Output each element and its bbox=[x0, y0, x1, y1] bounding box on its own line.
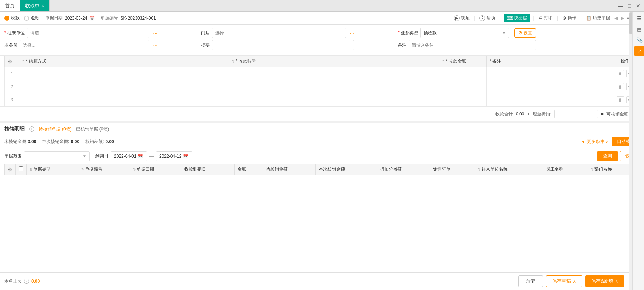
help-btn[interactable]: ? 帮助 bbox=[478, 14, 496, 22]
date-label: 单据日期 bbox=[45, 15, 63, 21]
shortcut-btn[interactable]: ⌨ 快捷键 bbox=[504, 14, 530, 22]
summary-input[interactable] bbox=[212, 40, 354, 50]
summary-label: 摘要 bbox=[201, 42, 210, 48]
history-btn[interactable]: 📋 历史单据 bbox=[585, 14, 612, 22]
query-btn[interactable]: 查询 bbox=[597, 151, 618, 161]
sidebar-icon-2[interactable]: ▤ bbox=[634, 24, 644, 34]
close-btn[interactable]: ✕ bbox=[635, 3, 641, 9]
scrollbar-thumb[interactable] bbox=[629, 12, 632, 34]
maximize-btn[interactable]: □ bbox=[627, 3, 632, 9]
staff-field: 业务员 ··· bbox=[4, 40, 157, 50]
calendar-icon[interactable]: 📅 bbox=[89, 16, 95, 21]
print-btn[interactable]: 🖨 打印 bbox=[537, 14, 554, 22]
row-3-account[interactable] bbox=[229, 93, 439, 106]
radio-refund[interactable]: 退款 bbox=[24, 15, 39, 21]
row-2-settlement[interactable] bbox=[19, 80, 229, 93]
col-current-amount: 本次核销金额 bbox=[316, 164, 377, 175]
verify-info-icon[interactable]: i bbox=[29, 126, 34, 132]
scrollbar[interactable] bbox=[629, 12, 632, 290]
row-2-account[interactable] bbox=[229, 80, 439, 93]
tab-receipt-label: 收款单 bbox=[25, 3, 39, 9]
row-1-delete-icon[interactable]: 🗑 bbox=[617, 70, 624, 77]
radio-receipt[interactable]: 收款 bbox=[4, 15, 20, 21]
tab-receipt[interactable]: 收款单 × bbox=[20, 0, 50, 11]
row-2-note[interactable] bbox=[486, 80, 610, 93]
business-type-chevron: ▼ bbox=[502, 31, 506, 35]
store-input[interactable] bbox=[212, 28, 346, 38]
total-value: 0.00 bbox=[516, 111, 524, 117]
tab-done[interactable]: 已核销单据 (0笔) bbox=[76, 126, 109, 132]
sidebar-icon-3[interactable]: 📎 bbox=[634, 35, 644, 45]
settings-button[interactable]: ⚙ 设置 bbox=[514, 28, 536, 38]
shortcut-icon: ⌨ bbox=[507, 16, 513, 21]
operation-btn[interactable]: ⚙ 操作 bbox=[561, 14, 578, 22]
radio-receipt-label: 收款 bbox=[11, 15, 20, 21]
toolbar-right: ▶ 视频 | ? 帮助 | ⌨ 快捷键 | 🖨 打印 | ⚙ 操作 bbox=[452, 14, 640, 22]
verify-stats: 未核销金额 0.00 本次核销金额: 0.00 核销差额: 0.00 ▼ 更多条… bbox=[4, 134, 640, 149]
minimize-btn[interactable]: — bbox=[618, 3, 624, 9]
discount-input[interactable] bbox=[554, 110, 598, 118]
video-btn[interactable]: ▶ 视频 bbox=[452, 14, 471, 22]
store-more-icon[interactable]: ··· bbox=[350, 30, 354, 36]
tab-home[interactable]: 首页 bbox=[0, 0, 20, 11]
staff-input[interactable] bbox=[20, 40, 149, 50]
calendar-from-icon: 📅 bbox=[138, 154, 143, 159]
col-receipt-due: 收款到期日 bbox=[181, 164, 235, 175]
arrow-right-icon[interactable]: ▶ bbox=[621, 16, 624, 21]
summary-field: 摘要 bbox=[201, 40, 354, 50]
row-2-amount[interactable] bbox=[439, 80, 486, 93]
partner-input[interactable] bbox=[27, 28, 149, 38]
footer: 本单上欠 i 0.00 放弃 保存草稿 ∧ 保存&新增 ∧ bbox=[0, 272, 629, 290]
diff-label: 核销差额: bbox=[85, 138, 104, 145]
row-3-delete-icon[interactable]: 🗑 bbox=[617, 96, 624, 103]
available-label: 可核销金额 bbox=[606, 111, 628, 117]
date-from-picker[interactable]: 2022-04-01 📅 bbox=[111, 151, 147, 161]
print-icon: 🖨 bbox=[538, 16, 543, 21]
row-1-settlement[interactable] bbox=[19, 67, 229, 80]
row-1-amount[interactable] bbox=[439, 67, 486, 80]
business-type-select[interactable]: 预收款 ▼ bbox=[420, 28, 509, 38]
col-doc-date: ⇅单据日期 bbox=[130, 164, 181, 175]
current-label: 本次核销金额: bbox=[42, 138, 69, 145]
row-2-delete-icon[interactable]: 🗑 bbox=[617, 83, 624, 90]
table-gear-icon[interactable]: ⚙ bbox=[8, 59, 12, 64]
col-checkbox: ⚙ bbox=[5, 164, 16, 175]
total-label: 收款合计 bbox=[495, 111, 513, 117]
history-icon: 📋 bbox=[586, 16, 592, 21]
store-field: 门店 ··· bbox=[201, 28, 354, 38]
bottom-table-gear-icon[interactable]: ⚙ bbox=[8, 166, 12, 172]
date-to-picker[interactable]: 2022-04-12 📅 bbox=[156, 151, 192, 161]
note-input[interactable] bbox=[409, 40, 536, 50]
range-select[interactable]: ▼ bbox=[24, 151, 90, 161]
col-settlement: ⇅* 结算方式 bbox=[19, 56, 229, 67]
save-btn-label: 保存&新增 bbox=[591, 278, 613, 285]
row-1-account[interactable] bbox=[229, 67, 439, 80]
receipt-type-group: 收款 退款 bbox=[4, 15, 39, 21]
info-icon-footer[interactable]: i bbox=[24, 279, 29, 284]
sidebar-icon-4[interactable]: ↗ bbox=[634, 46, 644, 56]
draft-chevron: ∧ bbox=[573, 279, 576, 284]
radio-refund-label: 退款 bbox=[31, 15, 39, 21]
table-section: ⚙ ⇅* 结算方式 ⇅* 收款账号 ⇅* 收款金额 * 备注 操作 bbox=[0, 56, 644, 106]
date-filter-field: 到期日 2022-04-01 📅 — 2022-04-12 📅 bbox=[95, 151, 192, 161]
tab-pending[interactable]: 待核销单据 (0笔) bbox=[39, 126, 72, 132]
col-partner-name: ⇅往来单位名称 bbox=[475, 164, 543, 175]
partner-field: 往来单位 ··· bbox=[4, 28, 157, 38]
more-conditions-btn[interactable]: ▼ 更多条件 ∧ bbox=[581, 138, 609, 145]
draft-btn[interactable]: 保存草稿 ∧ bbox=[546, 275, 582, 287]
save-chevron: ∧ bbox=[615, 279, 619, 284]
staff-more-icon[interactable]: ··· bbox=[153, 42, 157, 48]
row-3-amount[interactable] bbox=[439, 93, 486, 106]
row-1-note[interactable] bbox=[486, 67, 610, 80]
date-value: 2023-03-24 bbox=[65, 16, 87, 21]
sidebar-icon-1[interactable]: ☰ bbox=[634, 13, 644, 23]
abandon-btn[interactable]: 放弃 bbox=[518, 275, 543, 287]
partner-more-icon[interactable]: ··· bbox=[153, 30, 157, 36]
row-3-note[interactable] bbox=[486, 93, 610, 106]
save-btn[interactable]: 保存&新增 ∧ bbox=[585, 275, 624, 287]
col-doc-number: ⇅单据编号 bbox=[78, 164, 130, 175]
tab-receipt-close[interactable]: × bbox=[42, 3, 44, 8]
row-3-settlement[interactable] bbox=[19, 93, 229, 106]
select-all-checkbox[interactable] bbox=[19, 166, 23, 171]
arrow-left-icon[interactable]: ◀ bbox=[614, 16, 618, 21]
